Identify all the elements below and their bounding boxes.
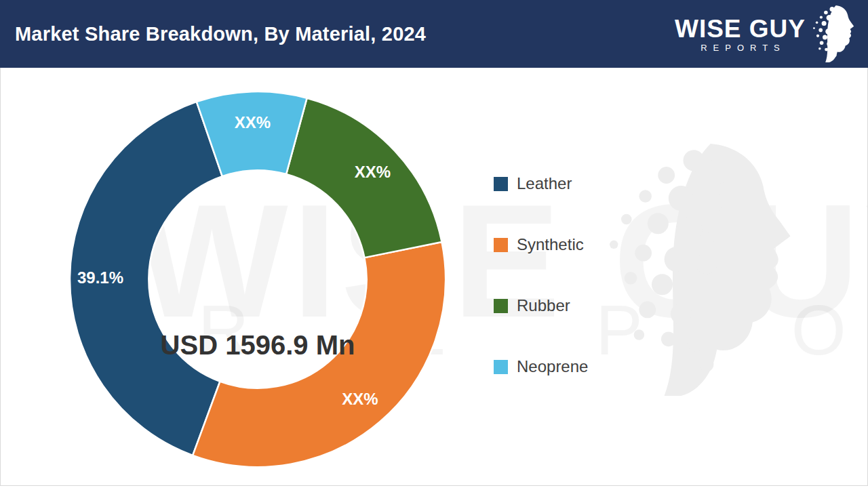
legend-swatch-synthetic — [494, 238, 508, 252]
logo-tagline: REPORTS — [694, 43, 786, 52]
legend-label: Leather — [517, 176, 572, 192]
legend-item-synthetic: Synthetic — [494, 236, 588, 253]
legend-item-rubber: Rubber — [494, 297, 588, 314]
legend-swatch-leather — [494, 177, 508, 191]
legend-swatch-rubber — [494, 299, 508, 313]
logo-text: WISE GUY REPORTS — [675, 16, 806, 52]
page-root: WISE GUY R E P O R T S Market S — [0, 0, 868, 488]
segment-label-synthetic: XX% — [342, 390, 378, 408]
wiseguy-logo: WISE GUY REPORTS — [675, 0, 856, 68]
donut-chart: 39.1%XX%XX%XX% — [0, 68, 515, 488]
donut-svg: 39.1%XX%XX%XX% — [0, 68, 515, 488]
page-title: Market Share Breakdown, By Material, 202… — [0, 23, 426, 45]
legend-item-neoprene: Neoprene — [494, 358, 588, 375]
wiseguy-face-icon — [808, 5, 856, 62]
donut-center-value: USD 1596.9 Mn — [0, 330, 515, 361]
legend-swatch-neoprene — [494, 360, 508, 374]
segment-label-leather: 39.1% — [77, 268, 123, 287]
legend-item-leather: Leather — [494, 175, 588, 192]
legend-label: Neoprene — [517, 359, 588, 375]
legend-label: Rubber — [517, 298, 570, 314]
chart-legend: LeatherSyntheticRubberNeoprene — [494, 175, 588, 419]
logo-name: WISE GUY — [675, 16, 806, 41]
header-bar: Market Share Breakdown, By Material, 202… — [0, 0, 868, 68]
watermark-face-icon — [589, 144, 799, 396]
legend-label: Synthetic — [517, 237, 584, 253]
segment-label-neoprene: XX% — [235, 113, 271, 131]
segment-label-rubber: XX% — [355, 163, 391, 181]
